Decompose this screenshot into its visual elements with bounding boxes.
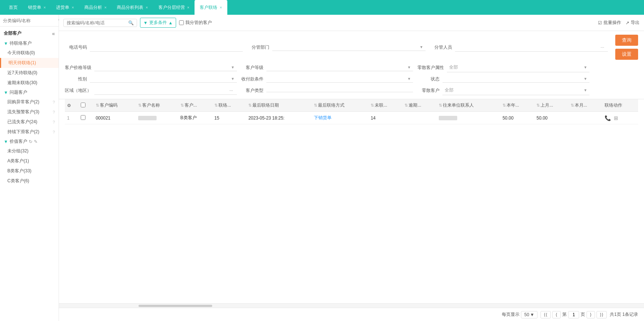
close-customer-contact[interactable]: × <box>220 5 222 10</box>
sidebar-item-overdue-contact[interactable]: 逾期未联络(30) <box>0 78 59 88</box>
nav-customer-tier[interactable]: 客户分层经营 × <box>153 0 195 15</box>
col-uncontacted: ⇅未联... <box>368 99 402 112</box>
sidebar-item-repurchase-abnormal[interactable]: 回购异常客户(2) ? <box>0 97 59 107</box>
row-checkbox[interactable] <box>81 115 85 120</box>
nav-home[interactable]: 首页 <box>4 0 23 15</box>
nav-purchase-order[interactable]: 进货单 × <box>51 0 79 15</box>
select-all-checkbox[interactable] <box>81 103 85 107</box>
col-company-contact: ⇅往来单位联系人 <box>437 99 500 112</box>
filter-status-select[interactable]: ▼ <box>442 75 589 83</box>
next-page-button[interactable]: ⟩ <box>587 311 595 318</box>
last-page-button[interactable]: ⟩⟩ <box>596 311 607 318</box>
query-button[interactable]: 查询 <box>615 35 638 46</box>
col-overdue: ⇅逾期... <box>402 99 436 112</box>
qr-icon[interactable]: ⊞ <box>614 115 618 121</box>
cell-name <box>136 112 178 124</box>
person-dots-icon[interactable]: ··· <box>599 45 606 50</box>
close-product-analysis-list[interactable]: × <box>146 5 148 10</box>
filter-person-select[interactable]: ··· <box>455 43 608 52</box>
filter-payment-select[interactable]: ▼ <box>266 75 413 83</box>
status-chevron-icon: ▼ <box>584 77 587 81</box>
sidebar-item-class-c[interactable]: C类客户(6) <box>0 176 59 186</box>
cell-current-year: 50.00 <box>500 112 534 124</box>
filter-row-4: 区域（地区） ··· 客户类型 零散客户 全部 ▼ <box>65 86 638 95</box>
per-page-selector[interactable]: 50 ▼ <box>521 311 538 318</box>
close-sales-order[interactable]: × <box>43 5 46 10</box>
sidebar-item-declining[interactable]: 持续下滑客户(2) ? <box>0 127 59 137</box>
filter-dept-select[interactable]: ▼ <box>272 44 425 51</box>
total-records: 共1页 1条记录 <box>610 311 638 318</box>
value-section-refresh[interactable]: ↻ <box>29 139 32 144</box>
sidebar-item-class-b[interactable]: B类客户(33) <box>0 166 59 176</box>
col-settings[interactable]: ⚙ <box>65 99 78 112</box>
search-box: 🔍 <box>63 19 137 27</box>
nav-customer-contact[interactable]: 客户联络 × <box>195 0 227 15</box>
cell-num: 1 <box>65 112 78 124</box>
sidebar-all-customers[interactable]: 全部客户 « <box>0 28 59 39</box>
cell-overdue <box>402 112 436 124</box>
filter-customer-type-select[interactable] <box>266 89 413 92</box>
col-code: ⇅客户编码 <box>94 99 136 112</box>
help-icon-churned: ? <box>53 120 55 124</box>
sidebar-item-7days-contact[interactable]: 近7天待联络(0) <box>0 68 59 78</box>
last-contact-method-link[interactable]: 下销货单 <box>314 115 332 120</box>
sidebar-search-input[interactable] <box>3 18 58 23</box>
filter-row-3: 性别 ▼ 收付款条件 ▼ 状态 <box>65 75 638 83</box>
filter-area-select[interactable]: ··· <box>94 86 237 95</box>
nav-product-analysis-list[interactable]: 商品分析列表 × <box>112 0 153 15</box>
call-icon[interactable]: 📞 <box>605 115 611 121</box>
filter-icon: ▼ <box>143 20 148 25</box>
sidebar-section-value[interactable]: ▼ 价值客户 ↻ ✎ <box>0 137 59 146</box>
my-customers-checkbox-area[interactable]: 我分管的客户 <box>179 20 212 26</box>
sidebar-item-churned[interactable]: 已流失客户(24) ? <box>0 117 59 127</box>
sidebar-collapse-icon[interactable]: « <box>52 31 55 37</box>
sidebar-item-class-a[interactable]: A类客户(1) <box>0 156 59 166</box>
filter-retail-customer-select[interactable]: 全部 ▼ <box>442 86 589 95</box>
search-icon[interactable]: 🔍 <box>128 20 134 25</box>
filter-phone-input[interactable] <box>90 43 243 52</box>
toolbar: 🔍 ▼ 更多条件 ▲ 我分管的客户 ☑ 批量操作 ↗ 导出 <box>59 15 644 31</box>
cell-uncontacted: 14 <box>368 112 402 124</box>
sidebar-item-churn-warning[interactable]: 流失预警客户(3) ? <box>0 107 59 117</box>
cell-checkbox[interactable] <box>78 112 93 124</box>
close-customer-tier[interactable]: × <box>187 5 189 10</box>
filter-customer-type: 客户类型 <box>241 87 413 94</box>
nav-product-analysis[interactable]: 商品分析 × <box>79 0 112 15</box>
value-section-edit[interactable]: ✎ <box>34 139 38 144</box>
col-checkbox[interactable] <box>78 99 93 112</box>
filter-gender-select[interactable]: ▼ <box>90 75 237 83</box>
dept-chevron-icon: ▼ <box>420 45 423 49</box>
page-number-input[interactable] <box>568 311 579 318</box>
filter-retail-attr-select[interactable]: 全部 ▼ <box>447 63 589 72</box>
filter-price-level-select[interactable]: ▼ <box>94 64 237 71</box>
sidebar-item-tomorrow-contact[interactable]: 明天待联络(1) <box>0 58 59 68</box>
col-current-year: ⇅本年... <box>500 99 534 112</box>
sidebar-section-pending[interactable]: ▼ 待联络客户 <box>0 39 59 48</box>
export-button[interactable]: ↗ 导出 <box>626 20 640 26</box>
prev-page-button[interactable]: ⟨ <box>552 311 561 318</box>
search-input[interactable] <box>67 20 128 25</box>
cell-type: B类客户 <box>178 112 212 124</box>
sidebar-section-problem[interactable]: ▼ 问题客户 <box>0 88 59 97</box>
filter-customer-level-select[interactable]: ▼ <box>266 64 413 71</box>
cell-code: 000021 <box>94 112 136 124</box>
more-conditions-button[interactable]: ▼ 更多条件 ▲ <box>140 18 176 28</box>
horizontal-scrollbar[interactable] <box>59 303 644 308</box>
sidebar-item-ungrouped[interactable]: 未分组(32) <box>0 146 59 156</box>
close-product-analysis[interactable]: × <box>104 5 106 10</box>
per-page-chevron-icon: ▼ <box>530 312 534 317</box>
filter-customer-price-level: 客户价格等级 ▼ <box>65 64 237 71</box>
close-purchase-order[interactable]: × <box>71 5 74 10</box>
col-last-contact-date: ⇅最后联络日期 <box>246 99 312 112</box>
chevron-up-icon: ▲ <box>168 20 173 25</box>
set-button[interactable]: 设置 <box>615 49 638 60</box>
sidebar-item-today-contact[interactable]: 今天待联络(0) <box>0 48 59 58</box>
first-page-button[interactable]: ⟨⟨ <box>540 311 551 318</box>
col-contact-count: ⇅联络... <box>212 99 246 112</box>
scrollbar-thumb[interactable] <box>139 305 212 307</box>
area-dots-icon[interactable]: ··· <box>228 88 235 93</box>
batch-operation-button[interactable]: ☑ 批量操作 <box>598 20 621 26</box>
my-customers-checkbox[interactable] <box>179 20 184 25</box>
nav-sales-order[interactable]: 销货单 × <box>23 0 51 15</box>
per-page-area: 每页显示 50 ▼ <box>502 311 538 318</box>
